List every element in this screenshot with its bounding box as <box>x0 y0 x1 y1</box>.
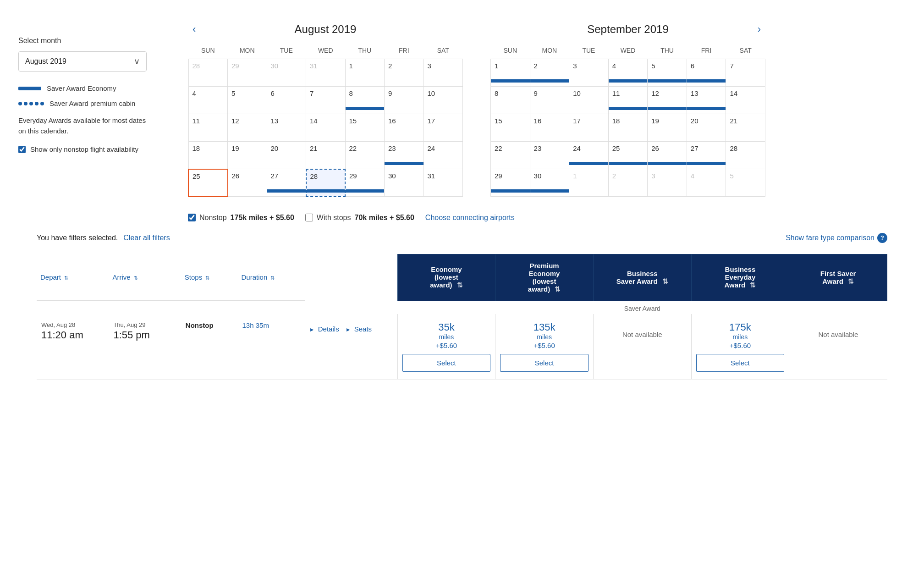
calendar-day[interactable]: 5 <box>228 87 267 114</box>
with-stops-filter[interactable]: With stops 70k miles + $5.60 <box>305 214 414 222</box>
calendar-day[interactable]: 17 <box>424 114 463 142</box>
calendar-day[interactable]: 5 <box>726 169 765 197</box>
with-stops-checkbox[interactable] <box>305 214 313 221</box>
calendar-day[interactable]: 18 <box>608 114 648 142</box>
calendar-day[interactable]: 28 <box>306 169 346 197</box>
calendar-day[interactable]: 7 <box>306 87 346 114</box>
arrive-col-header[interactable]: Arrive ⇅ <box>109 254 181 301</box>
flight-table: Depart ⇅ Arrive ⇅ Stops ⇅ Duration ⇅ <box>37 254 887 380</box>
premium-economy-award-header[interactable]: PremiumEconomy(lowestaward) ⇅ <box>495 254 594 301</box>
calendar-day[interactable]: 9 <box>385 87 424 114</box>
duration-col-header[interactable]: Duration ⇅ <box>238 254 305 301</box>
calendar-day[interactable]: 26 <box>648 142 687 169</box>
nonstop-filter[interactable]: Nonstop 175k miles + $5.60 <box>188 214 294 222</box>
availability-bar <box>346 107 385 110</box>
nonstop-checkbox-row[interactable]: Show only nonstop flight availability <box>18 145 165 153</box>
calendar-day[interactable]: 9 <box>530 87 569 114</box>
premium-select-button[interactable]: Select <box>500 354 588 372</box>
calendar-day[interactable]: 5 <box>648 59 687 87</box>
calendar-day[interactable]: 22 <box>345 142 385 169</box>
calendar-day[interactable]: 15 <box>491 114 530 142</box>
calendar-day[interactable]: 1 <box>345 59 385 87</box>
calendar-day[interactable]: 25 <box>188 169 228 197</box>
calendar-day[interactable]: 8 <box>491 87 530 114</box>
calendar-day[interactable]: 23 <box>385 142 424 169</box>
calendar-day[interactable]: 31 <box>306 59 346 87</box>
calendar-day[interactable]: 8 <box>345 87 385 114</box>
calendar-day[interactable]: 15 <box>345 114 385 142</box>
connecting-airports-link[interactable]: Choose connecting airports <box>425 214 515 222</box>
calendar-day[interactable]: 30 <box>385 169 424 197</box>
first-saver-award-header[interactable]: First SaverAward ⇅ <box>789 254 887 301</box>
calendar-day[interactable]: 30 <box>530 169 569 197</box>
calendar-day[interactable]: 27 <box>687 142 726 169</box>
economy-select-button[interactable]: Select <box>402 354 491 372</box>
calendar-day[interactable]: 6 <box>267 87 306 114</box>
calendar-day[interactable]: 28 <box>726 142 765 169</box>
calendar-day[interactable]: 12 <box>648 87 687 114</box>
availability-bar <box>648 79 687 83</box>
calendar-day[interactable]: 24 <box>424 142 463 169</box>
nonstop-checkbox[interactable] <box>18 146 26 153</box>
calendar-day[interactable]: 25 <box>608 142 648 169</box>
calendar-day[interactable]: 20 <box>687 114 726 142</box>
calendar-day[interactable]: 24 <box>569 142 609 169</box>
calendar-day[interactable]: 30 <box>267 59 306 87</box>
business-saver-award-header[interactable]: BusinessSaver Award ⇅ <box>593 254 691 301</box>
calendar-day[interactable]: 13 <box>687 87 726 114</box>
calendar-day[interactable]: 18 <box>188 142 228 169</box>
biz-everyday-select-button[interactable]: Select <box>696 354 785 372</box>
calendar-day[interactable]: 3 <box>648 169 687 197</box>
calendar-day[interactable]: 21 <box>306 142 346 169</box>
calendar-day[interactable]: 4 <box>188 87 228 114</box>
calendar-day[interactable]: 23 <box>530 142 569 169</box>
fare-comparison-link[interactable]: Show fare type comparison ? <box>786 233 887 243</box>
calendar-day[interactable]: 4 <box>608 59 648 87</box>
calendar-day[interactable]: 29 <box>228 59 267 87</box>
calendar-day[interactable]: 22 <box>491 142 530 169</box>
calendar-day[interactable]: 27 <box>267 169 306 197</box>
calendar-day[interactable]: 2 <box>608 169 648 197</box>
calendar-day[interactable]: 4 <box>687 169 726 197</box>
depart-col-header[interactable]: Depart ⇅ <box>37 254 109 301</box>
calendar-day[interactable]: 10 <box>424 87 463 114</box>
calendar-day[interactable]: 17 <box>569 114 609 142</box>
calendar-day[interactable]: 12 <box>228 114 267 142</box>
stops-col-header[interactable]: Stops ⇅ <box>181 254 238 301</box>
calendar-day[interactable]: 10 <box>569 87 609 114</box>
calendar-day[interactable]: 2 <box>385 59 424 87</box>
calendar-day[interactable]: 14 <box>726 87 765 114</box>
calendar-day[interactable]: 11 <box>188 114 228 142</box>
calendar-day[interactable]: 21 <box>726 114 765 142</box>
calendar-day[interactable]: 3 <box>424 59 463 87</box>
next-month-button[interactable]: › <box>753 22 765 37</box>
calendar-day[interactable]: 16 <box>385 114 424 142</box>
calendar-day[interactable]: 28 <box>188 59 228 87</box>
business-everyday-award-header[interactable]: BusinessEverydayAward ⇅ <box>691 254 789 301</box>
calendar-day[interactable]: 13 <box>267 114 306 142</box>
calendar-day[interactable]: 2 <box>530 59 569 87</box>
calendar-day[interactable]: 31 <box>424 169 463 197</box>
calendar-day[interactable]: 19 <box>228 142 267 169</box>
clear-filters-link[interactable]: Clear all filters <box>123 234 170 242</box>
calendar-day[interactable]: 20 <box>267 142 306 169</box>
calendar-day[interactable]: 1 <box>569 169 609 197</box>
seats-link[interactable]: ► Seats <box>346 325 372 333</box>
calendar-day[interactable]: 29 <box>345 169 385 197</box>
calendar-day[interactable]: 11 <box>608 87 648 114</box>
economy-award-header[interactable]: Economy(lowestaward) ⇅ <box>397 254 495 301</box>
calendar-day[interactable]: 16 <box>530 114 569 142</box>
calendar-day[interactable]: 14 <box>306 114 346 142</box>
september-header: September 2019 › <box>490 18 765 44</box>
month-select[interactable]: August 2019 ∨ <box>18 51 147 72</box>
calendar-day[interactable]: 29 <box>491 169 530 197</box>
calendar-day[interactable]: 7 <box>726 59 765 87</box>
calendar-day[interactable]: 6 <box>687 59 726 87</box>
calendar-day[interactable]: 26 <box>228 169 267 197</box>
calendar-day[interactable]: 3 <box>569 59 609 87</box>
prev-month-button[interactable]: ‹ <box>188 22 200 37</box>
details-link[interactable]: ► Details <box>309 325 339 333</box>
calendar-day[interactable]: 19 <box>648 114 687 142</box>
calendar-day[interactable]: 1 <box>491 59 530 87</box>
nonstop-filter-checkbox[interactable] <box>188 214 196 221</box>
